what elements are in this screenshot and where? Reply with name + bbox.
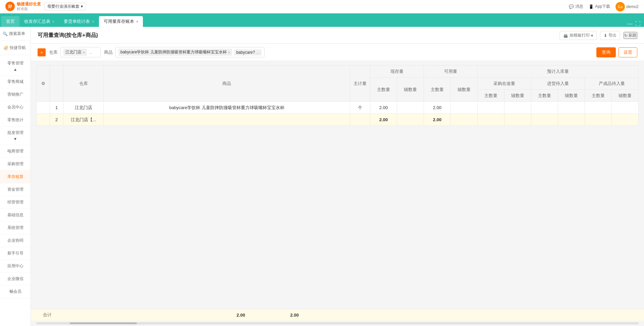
filter-toggle-btn[interactable]: » <box>38 48 46 56</box>
purchase-label: 采购管理 <box>7 161 23 167</box>
sidebar-item-operations[interactable]: 经营管理 <box>0 196 31 209</box>
inventory-label: 库存核算 <box>7 174 23 180</box>
search-menu-btn[interactable]: 🔍 搜索菜单 <box>2 30 29 38</box>
td-unit-2 <box>350 114 370 126</box>
chevron-down-icon: ▼ <box>13 137 17 141</box>
sidebar-item-member2[interactable]: 畅会员 <box>0 285 31 298</box>
warehouse-label: 仓库 <box>49 49 58 55</box>
tab-order-close[interactable]: × <box>92 19 94 24</box>
sidebar-item-marketing[interactable]: 营销推广 <box>0 88 31 101</box>
query-btn[interactable]: 查询 <box>596 47 616 57</box>
scroll-thumb[interactable] <box>70 322 137 324</box>
sidebar-item-retail-stat[interactable]: 零售统计 <box>0 114 31 127</box>
th-purchase-transit: 采购在途量 <box>478 78 531 90</box>
td-stock-main-2: 2.00 <box>370 114 397 126</box>
sidebar-item-retail-mall[interactable]: 零售商城 <box>0 76 31 88</box>
sidebar-item-member[interactable]: 会员中心 <box>0 101 31 114</box>
scroll-bar[interactable] <box>31 321 644 326</box>
page-header: 可用量查询(按仓库+商品) 🖨️ 按模板打印 ▾ ⬇ 导出 ↻ 刷新 <box>31 27 644 44</box>
logo: 好 畅捷通好生意 标准版 <box>5 2 41 11</box>
sidebar-item-guide[interactable]: 新手引导 <box>0 247 31 260</box>
product-input[interactable]: babycare学饮杯 儿童防摔防撞吸管杯重力球吸嘴杯宝宝水杯 × babyca… <box>115 47 265 57</box>
th-avail-main: 主数量 <box>424 78 451 102</box>
th-setting[interactable]: ⚙ <box>37 65 50 102</box>
sidebar-menu: 零售管理 ▲ 零售商城 营销推广 会员中心 零售统计 批发管理 ▼ 电商管理 <box>0 55 31 300</box>
settings-btn[interactable]: 设置 <box>619 47 637 57</box>
td-incoming-main-1 <box>531 102 558 114</box>
marketing-label: 营销推广 <box>7 92 23 97</box>
td-purchase-aux-2 <box>504 114 531 126</box>
sidebar-item-basic[interactable]: 基础信息 <box>0 209 31 222</box>
tab-order[interactable]: 要货单统计表 × <box>59 16 99 27</box>
td-product-2 <box>104 114 350 126</box>
tab-receipt[interactable]: 收发存汇总表 × <box>19 16 59 27</box>
sidebar-item-system[interactable]: 系统管理 <box>0 222 31 234</box>
warehouse-tag-close[interactable]: × <box>83 50 85 54</box>
sidebar-item-finance[interactable]: 资金管理 <box>0 183 31 196</box>
print-icon: 🖨️ <box>563 33 568 38</box>
wholesale-label: 批发管理 <box>7 130 23 136</box>
refresh-icon: ↻ <box>624 33 628 38</box>
sidebar-item-wechat[interactable]: 企业微信 <box>0 273 31 285</box>
warehouse-tag: 江北门店 × <box>63 49 87 56</box>
top-bar: 好 畅捷通好生意 标准版 母婴行业演示账套 ▾ 💬 消息 📱 App下载 Ea … <box>0 0 644 13</box>
sidebar-item-wholesale[interactable]: 批发管理 ▼ <box>0 127 31 145</box>
sidebar-item-appstore[interactable]: 应用中心 <box>0 260 31 273</box>
tab-home-label: 首页 <box>6 18 15 25</box>
tab-receipt-close[interactable]: × <box>52 19 54 24</box>
export-btn[interactable]: ⬇ 导出 <box>600 31 620 40</box>
chevron-icon: ▲ <box>13 67 17 72</box>
tab-stock[interactable]: 可用量库存账本 × <box>99 16 143 27</box>
th-production-pending: 产成品待入量 <box>585 78 639 90</box>
refresh-btn[interactable]: ↻ 刷新 <box>624 32 637 39</box>
retail-stat-label: 零售统计 <box>7 117 23 123</box>
template-print-btn[interactable]: 🖨️ 按模板打印 ▾ <box>559 31 597 40</box>
retail-mall-label: 零售商城 <box>7 79 23 85</box>
warehouse-more[interactable]: ... <box>89 50 92 55</box>
td-purchase-main-1 <box>478 102 504 114</box>
th-product: 商品 <box>104 65 350 102</box>
tab-stock-close[interactable]: × <box>136 19 138 24</box>
sidebar-item-ecommerce[interactable]: 电商管理 <box>0 145 31 158</box>
sidebar-item-enterprise[interactable]: 企业协同 <box>0 234 31 247</box>
product-tag2: babycare? ... <box>234 49 262 55</box>
app-download-btn[interactable]: 📱 App下载 <box>589 4 610 9</box>
nav-window-actions: — ⛶ <box>624 21 644 27</box>
td-avail-aux-2 <box>451 114 478 126</box>
product-tag1-close[interactable]: × <box>228 50 230 54</box>
th-main-unit: 主计量 <box>350 65 370 102</box>
sidebar-quick-nav[interactable]: 🧭 快捷导航 <box>0 41 31 55</box>
sidebar-item-quick-nav[interactable]: 🧭 快捷导航 <box>0 42 31 53</box>
th-avail-aux: 辅数量 <box>451 78 478 102</box>
sidebar-item-inventory[interactable]: 库存核算 <box>0 171 31 183</box>
minimize-btn[interactable]: — <box>627 21 633 27</box>
th-incoming-aux: 辅数量 <box>558 90 585 102</box>
th-incoming-pending: 进货待入量 <box>531 78 585 90</box>
avatar: Ea <box>615 2 625 11</box>
message-btn[interactable]: 💬 消息 <box>569 4 583 9</box>
table-row: 1 江北门店 babycare学饮杯 儿童防摔防撞吸管杯重力球吸嘴杯宝宝水杯 个… <box>37 102 639 114</box>
sidebar-item-purchase[interactable]: 采购管理 <box>0 158 31 171</box>
appstore-label: 应用中心 <box>7 263 23 269</box>
store-selector[interactable]: 母婴行业演示账套 ▾ <box>44 3 86 10</box>
th-incoming-main: 主数量 <box>531 90 558 102</box>
td-stock-aux-1 <box>397 102 424 114</box>
th-purchase-aux: 辅数量 <box>504 90 531 102</box>
data-table: ⚙ 仓库 商品 主计量 现存量 可用量 预计入库量 主数量 辅数量 主数量 <box>36 65 639 126</box>
toggle-icon: » <box>41 50 43 55</box>
td-no-2: 2 <box>50 114 63 126</box>
export-label: 导出 <box>608 33 616 38</box>
td-incoming-main-2 <box>531 114 558 126</box>
th-purchase-main: 主数量 <box>478 90 504 102</box>
user-profile[interactable]: Ea demo2 <box>615 2 639 11</box>
expand-btn[interactable]: ⛶ <box>635 21 641 27</box>
page-actions: 🖨️ 按模板打印 ▾ ⬇ 导出 ↻ 刷新 <box>559 31 637 40</box>
filter-area: » 仓库 江北门店 × ... 商品 babycare学饮杯 儿童防摔防撞吸管杯… <box>31 44 644 61</box>
sidebar-search[interactable]: 🔍 搜索菜单 <box>0 27 31 41</box>
td-production-main-2 <box>585 114 612 126</box>
tab-home[interactable]: 首页 <box>1 16 19 27</box>
sidebar-item-retail-mgmt[interactable]: 零售管理 ▲ <box>0 57 31 76</box>
top-bar-left: 好 畅捷通好生意 标准版 母婴行业演示账套 ▾ <box>5 2 86 11</box>
th-stock-aux: 辅数量 <box>397 78 424 102</box>
warehouse-input[interactable]: 江北门店 × ... <box>60 47 101 57</box>
